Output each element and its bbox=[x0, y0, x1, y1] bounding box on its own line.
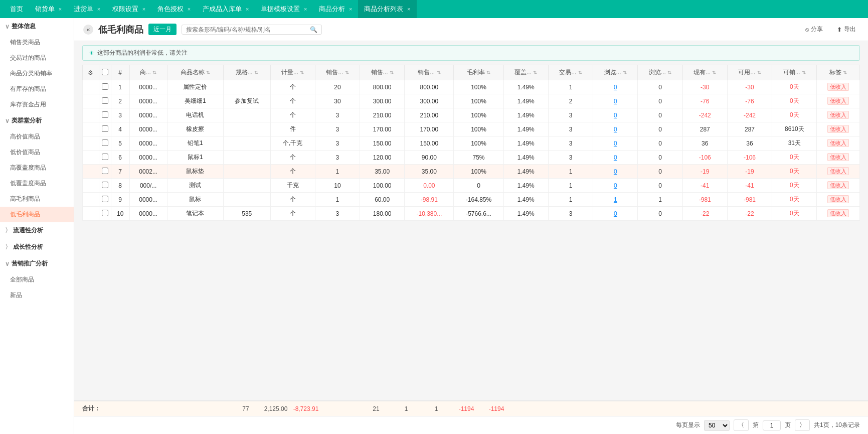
sidebar-item-stock-capital[interactable]: 库存资金占用 bbox=[0, 97, 74, 112]
view1-link[interactable]: 0 bbox=[614, 84, 617, 91]
col-name[interactable]: 商品名称 ⇅ bbox=[167, 65, 223, 80]
sidebar-item-low-margin[interactable]: 低毛利商品 bbox=[0, 207, 74, 222]
cell-checkbox[interactable] bbox=[99, 193, 111, 207]
col-settings[interactable]: ⚙ bbox=[83, 65, 99, 80]
nav-close-goods-analysis[interactable]: × bbox=[349, 6, 352, 12]
view1-link[interactable]: 0 bbox=[614, 140, 617, 147]
cell-checkbox[interactable] bbox=[99, 179, 111, 193]
cell-checkbox[interactable] bbox=[99, 122, 111, 136]
view1-link[interactable]: 0 bbox=[614, 112, 617, 119]
nav-permission[interactable]: 权限设置 × bbox=[106, 0, 151, 18]
col-current-stock[interactable]: 现有... ⇅ bbox=[682, 65, 727, 80]
nav-purchase-order[interactable]: 进货单 × bbox=[68, 0, 106, 18]
page-input[interactable] bbox=[763, 420, 781, 430]
row-checkbox[interactable] bbox=[102, 111, 108, 118]
prev-page-button[interactable]: 〈 bbox=[734, 419, 749, 431]
select-all-checkbox[interactable] bbox=[102, 69, 108, 75]
col-view2[interactable]: 浏览... ⇅ bbox=[638, 65, 682, 80]
view1-link[interactable]: 1 bbox=[614, 196, 617, 203]
nav-close-sales[interactable]: × bbox=[59, 6, 62, 12]
cell-checkbox[interactable] bbox=[99, 151, 111, 165]
cell-checkbox[interactable] bbox=[99, 207, 111, 221]
nav-close-product-in[interactable]: × bbox=[246, 6, 249, 12]
period-button[interactable]: 近一月 bbox=[148, 24, 177, 35]
summary-current-stock: -1194 bbox=[451, 405, 481, 412]
sidebar-group-marketing[interactable]: ∨营销推广分析 bbox=[0, 255, 74, 272]
row-checkbox[interactable] bbox=[102, 83, 108, 90]
view1-link[interactable]: 0 bbox=[614, 126, 617, 133]
view1-link[interactable]: 0 bbox=[614, 210, 617, 217]
row-checkbox[interactable] bbox=[102, 139, 108, 146]
cell-checkbox[interactable] bbox=[99, 108, 111, 122]
col-unit[interactable]: 计量... ⇅ bbox=[270, 65, 315, 80]
cell-settings bbox=[83, 165, 99, 179]
col-gross-margin[interactable]: 毛利率 ⇅ bbox=[454, 65, 503, 80]
col-available-stock[interactable]: 可用... ⇅ bbox=[727, 65, 772, 80]
row-checkbox[interactable] bbox=[102, 182, 108, 188]
col-view1[interactable]: 浏览... ⇅ bbox=[593, 65, 638, 80]
sidebar-item-low-value[interactable]: 低价值商品 bbox=[0, 144, 74, 160]
sidebar-group-growth[interactable]: 〉成长性分析 bbox=[0, 239, 74, 255]
per-page-select[interactable]: 50 20 100 bbox=[704, 420, 730, 431]
sidebar-item-in-stock[interactable]: 有库存的商品 bbox=[0, 81, 74, 97]
sidebar-item-new-goods[interactable]: 新品 bbox=[0, 287, 74, 303]
next-page-button[interactable]: 〉 bbox=[795, 419, 810, 431]
col-trade-count[interactable]: 交易... ⇅ bbox=[548, 65, 593, 80]
search-input[interactable] bbox=[186, 26, 310, 33]
sidebar-item-all-goods[interactable]: 全部商品 bbox=[0, 272, 74, 287]
nav-role-auth[interactable]: 角色授权 × bbox=[151, 0, 197, 18]
sidebar-item-category-rate[interactable]: 商品分类助销率 bbox=[0, 66, 74, 81]
sidebar-item-traded-goods[interactable]: 交易过的商品 bbox=[0, 50, 74, 66]
nav-goods-analysis[interactable]: 商品分析 × bbox=[313, 0, 358, 18]
sidebar-collapse-btn[interactable]: « bbox=[83, 25, 93, 35]
row-checkbox[interactable] bbox=[102, 97, 108, 104]
row-checkbox[interactable] bbox=[102, 168, 108, 174]
share-button[interactable]: ⎋ 分享 bbox=[801, 23, 827, 36]
nav-close-role[interactable]: × bbox=[188, 6, 191, 12]
sidebar-item-low-coverage[interactable]: 低覆盖度商品 bbox=[0, 176, 74, 191]
cell-unit: 个,千克 bbox=[270, 136, 315, 151]
nav-goods-analysis-list[interactable]: 商品分析列表 × bbox=[358, 0, 416, 18]
nav-close-permission[interactable]: × bbox=[142, 6, 145, 12]
view1-link[interactable]: 0 bbox=[614, 182, 617, 189]
col-sellable[interactable]: 可销... ⇅ bbox=[772, 65, 817, 80]
nav-template[interactable]: 单据模板设置 × bbox=[255, 0, 313, 18]
sidebar-group-cluster[interactable]: ∨类群堂分析 bbox=[0, 112, 74, 129]
summary-sales-profit: -8,723.91 bbox=[291, 405, 321, 412]
nav-close-purchase[interactable]: × bbox=[97, 6, 100, 12]
col-tag[interactable]: 标签 ⇅ bbox=[817, 65, 860, 80]
row-checkbox[interactable] bbox=[102, 154, 108, 160]
nav-close-template[interactable]: × bbox=[304, 6, 307, 12]
col-sales-profit[interactable]: 销售... ⇅ bbox=[405, 65, 454, 80]
row-checkbox[interactable] bbox=[102, 125, 108, 132]
cell-checkbox[interactable] bbox=[99, 136, 111, 151]
nav-close-goods-list[interactable]: × bbox=[407, 6, 410, 12]
col-code[interactable]: 商... ⇅ bbox=[129, 65, 167, 80]
sidebar-item-sales-goods[interactable]: 销售类商品 bbox=[0, 35, 74, 50]
cell-checkbox[interactable] bbox=[99, 94, 111, 108]
sidebar-item-high-value[interactable]: 高价值商品 bbox=[0, 129, 74, 144]
view1-link[interactable]: 0 bbox=[614, 154, 617, 161]
row-checkbox[interactable] bbox=[102, 196, 108, 202]
col-checkbox[interactable] bbox=[99, 65, 111, 80]
col-cover-rate[interactable]: 覆盖... ⇅ bbox=[503, 65, 548, 80]
view1-link[interactable]: 0 bbox=[614, 98, 617, 105]
row-checkbox[interactable] bbox=[102, 210, 108, 216]
arrow-icon-growth: 〉 bbox=[5, 243, 11, 251]
nav-product-in[interactable]: 产成品入库单 × bbox=[197, 0, 255, 18]
col-spec[interactable]: 规格... ⇅ bbox=[223, 65, 270, 80]
nav-home[interactable]: 首页 bbox=[4, 0, 29, 18]
cell-checkbox[interactable] bbox=[99, 80, 111, 94]
sidebar-group-overall[interactable]: ∨整体信息 bbox=[0, 18, 74, 35]
sidebar-item-high-margin[interactable]: 高毛利商品 bbox=[0, 191, 74, 207]
search-icon[interactable]: 🔍 bbox=[310, 26, 317, 33]
col-sales-price[interactable]: 销售... ⇅ bbox=[360, 65, 405, 80]
col-sales-qty[interactable]: 销售... ⇅ bbox=[315, 65, 360, 80]
view1-link[interactable]: 0 bbox=[614, 168, 617, 175]
export-button[interactable]: ⬆ 导出 bbox=[833, 23, 860, 36]
tag-badge: 低收入 bbox=[827, 167, 849, 175]
cell-checkbox[interactable] bbox=[99, 165, 111, 179]
sidebar-item-high-coverage[interactable]: 高覆盖度商品 bbox=[0, 160, 74, 176]
nav-sales-order[interactable]: 销货单 × bbox=[29, 0, 68, 18]
sidebar-group-flow[interactable]: 〉流通性分析 bbox=[0, 222, 74, 239]
